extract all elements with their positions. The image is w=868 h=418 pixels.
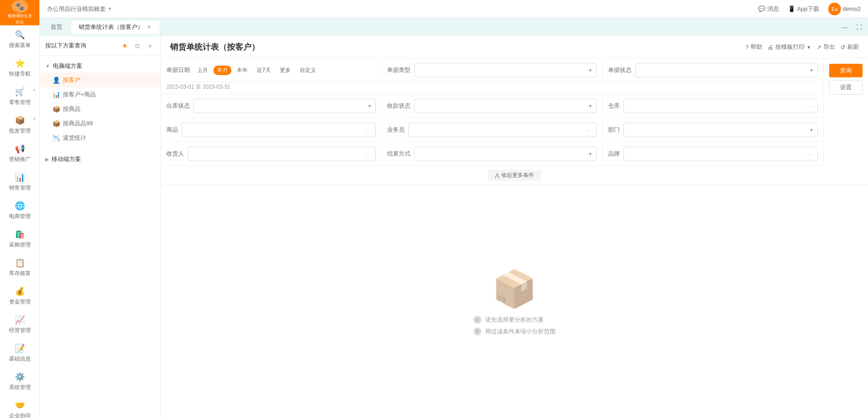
scheme-by-product[interactable]: 📦 按商品 — [40, 102, 160, 116]
refresh-btn[interactable]: ↺ 刷新 — [840, 43, 859, 51]
settlement-select[interactable]: ▼ — [414, 147, 596, 161]
export-btn[interactable]: ↗ 导出 — [816, 43, 835, 51]
salesperson-select[interactable]: ··· — [408, 123, 596, 137]
window-minimize-btn[interactable]: — — [839, 22, 850, 33]
doc-status-arrow-icon: ▼ — [809, 68, 814, 73]
header-left: 办公用品行业模拟账套 ▼ — [47, 5, 112, 13]
query-button[interactable]: 查询 — [829, 64, 863, 77]
sidebar-item-marketing[interactable]: 📢 营销推广 — [0, 139, 39, 168]
page-content: 按以下方案查询 + ⊙ « ▼ 电脑端方案 👤 按客户 📊 按 — [40, 36, 868, 418]
salesperson-label: 业务员 — [387, 126, 405, 134]
sidebar-item-retail[interactable]: 🛒 零售管理 ▲ — [0, 82, 39, 111]
add-scheme-btn[interactable]: + — [120, 41, 130, 51]
scheme-return-stats[interactable]: 📉 退货统计 — [40, 131, 160, 145]
date-shortcut-last-month[interactable]: 上月 — [193, 66, 212, 75]
sidebar-item-label: 系统管理 — [9, 384, 31, 391]
breadcrumb-dropdown[interactable]: 办公用品行业模拟账套 ▼ — [47, 5, 112, 13]
date-shortcut-this-month[interactable]: 本月 — [213, 66, 231, 75]
user-profile[interactable]: Ea demo2 — [828, 3, 861, 15]
brand-dots-icon: ··· — [805, 151, 814, 157]
scheme-by-customer-label: 按客户 — [63, 76, 80, 84]
sidebar-item-search[interactable]: 🔍 搜索菜单 — [0, 25, 39, 54]
sidebar-item-ecommerce[interactable]: 🌐 电商管理 — [0, 196, 39, 225]
sidebar-item-system[interactable]: ⚙️ 系统管理 — [0, 367, 39, 396]
print-dropdown-icon: ▼ — [807, 45, 811, 50]
filter-row-3: 商品 ··· 业务员 ··· — [161, 118, 823, 142]
scheme-by-customer-product[interactable]: 📊 按客户+商品 — [40, 87, 160, 102]
sidebar-item-finance[interactable]: 💰 资金管理 — [0, 282, 39, 310]
receive-status-cell: 收款状态 ▼ — [382, 94, 602, 118]
product-dots-icon: ··· — [363, 127, 372, 133]
scheme-by-customer[interactable]: 👤 按客户 — [40, 73, 160, 87]
sidebar-item-operation[interactable]: 📈 经营管理 — [0, 310, 39, 339]
settings-scheme-btn[interactable]: ⊙ — [132, 41, 142, 51]
mobile-section-label: 移动端方案 — [52, 155, 81, 163]
tab-sales-stats[interactable]: 销货单统计表（按客户） ✕ — [71, 20, 160, 34]
finance-icon: 💰 — [15, 286, 25, 296]
scheme-by-product99[interactable]: 📦 按商品品99 — [40, 116, 160, 131]
sidebar-item-label: 基础信息 — [9, 355, 31, 363]
doc-type-select[interactable]: ▼ — [414, 63, 596, 77]
window-maximize-btn[interactable]: ⛶ — [854, 22, 864, 33]
settings-button[interactable]: 设置 — [829, 80, 863, 95]
mobile-section: ▶ 移动端方案 — [40, 149, 160, 170]
return-stats-icon: 📉 — [52, 134, 60, 142]
collapse-conditions-btn[interactable]: ⋀ 收起更多条件 — [488, 170, 541, 181]
date-shortcut-custom[interactable]: 自定义 — [296, 66, 320, 75]
help-btn[interactable]: ? 帮助 — [745, 43, 762, 51]
receiver-select[interactable]: ··· — [188, 147, 376, 161]
tab-home-label: 首页 — [51, 23, 62, 31]
sidebar-item-wholesale[interactable]: 📦 批发管理 ▲ — [0, 111, 39, 139]
settlement-arrow-icon: ▼ — [588, 152, 593, 157]
sidebar-item-basic[interactable]: 📝 基础信息 — [0, 339, 39, 367]
tab-close-icon[interactable]: ✕ — [146, 24, 152, 30]
sidebar-nav: 🔍 搜索菜单 ⭐ 快捷导航 🛒 零售管理 ▲ 📦 批发管理 ▲ 📢 营销推广 📊… — [0, 25, 39, 418]
tab-home[interactable]: 首页 — [43, 20, 70, 34]
message-btn[interactable]: 💬 消息 — [758, 5, 779, 13]
page-title: 销货单统计表（按客户） — [170, 42, 259, 52]
out-status-cell: 出库状态 ▼ — [161, 94, 382, 118]
sidebar-item-sales[interactable]: 📊 销售管理 — [0, 168, 39, 196]
marketing-icon: 📢 — [15, 144, 25, 154]
warehouse-select[interactable]: ··· — [623, 99, 818, 113]
desktop-section-header[interactable]: ▼ 电脑端方案 — [40, 59, 160, 73]
collapse-panel-btn[interactable]: « — [145, 41, 155, 51]
message-icon: 💬 — [758, 5, 765, 12]
department-select[interactable]: ▼ — [623, 123, 818, 137]
date-shortcut-more[interactable]: 更多 — [276, 66, 294, 75]
sidebar-item-label: 销售管理 — [9, 184, 31, 192]
empty-hint-2: ② 用过滤条件来缩小分析范围 — [473, 328, 556, 336]
filter-row-1: 单据日期 上月 本月 本年 近7天 更多 自定义 — [161, 58, 823, 82]
filter-area-with-buttons: 单据日期 上月 本月 本年 近7天 更多 自定义 — [161, 58, 868, 166]
settlement-cell: 结算方式 ▼ — [382, 142, 602, 166]
left-panel-actions: + ⊙ « — [120, 41, 155, 51]
receive-status-select[interactable]: ▼ — [414, 99, 596, 113]
filter-action-buttons: 查询 设置 — [823, 58, 868, 166]
empty-hint-1: ① 请先选择要分析的方案 — [473, 316, 556, 324]
doc-status-select[interactable]: ▼ — [635, 63, 818, 77]
brand-select[interactable]: ··· — [623, 147, 818, 161]
department-cell: 部门 ▼ — [603, 118, 823, 142]
template-print-label: 按模板打印 — [775, 43, 805, 51]
out-status-select[interactable]: ▼ — [193, 99, 376, 113]
sidebar-item-enterprise[interactable]: 🤝 企业协同 — [0, 396, 39, 418]
date-shortcut-this-year[interactable]: 本年 — [233, 66, 251, 75]
breadcrumb-text: 办公用品行业模拟账套 — [47, 5, 106, 13]
receive-status-arrow-icon: ▼ — [588, 104, 593, 109]
out-status-label: 出库状态 — [166, 102, 190, 110]
date-shortcut-last7[interactable]: 近7天 — [253, 66, 274, 75]
date-range-row: 2023-03-01 至 2023-03-31 — [161, 82, 823, 94]
doc-type-label: 单据类型 — [387, 66, 410, 74]
product-select[interactable]: ··· — [182, 123, 376, 137]
mobile-section-header[interactable]: ▶ 移动端方案 — [40, 152, 160, 166]
wholesale-icon: 📦 — [15, 115, 25, 125]
sidebar-item-quick-nav[interactable]: ⭐ 快捷导航 — [0, 54, 39, 82]
date-shortcuts-container: 上月 本月 本年 近7天 更多 自定义 — [193, 66, 376, 75]
template-print-btn[interactable]: 🖨 按模板打印 ▼ — [768, 43, 811, 51]
ecommerce-icon: 🌐 — [15, 201, 25, 211]
sidebar-item-purchase[interactable]: 🛍️ 采购管理 — [0, 225, 39, 253]
doc-type-filter-cell: 单据类型 ▼ — [382, 58, 602, 82]
app-download-btn[interactable]: 📱 App下载 — [788, 5, 819, 13]
sidebar-item-inventory[interactable]: 📋 库存核算 — [0, 253, 39, 282]
doc-status-label: 单据状态 — [608, 66, 632, 74]
